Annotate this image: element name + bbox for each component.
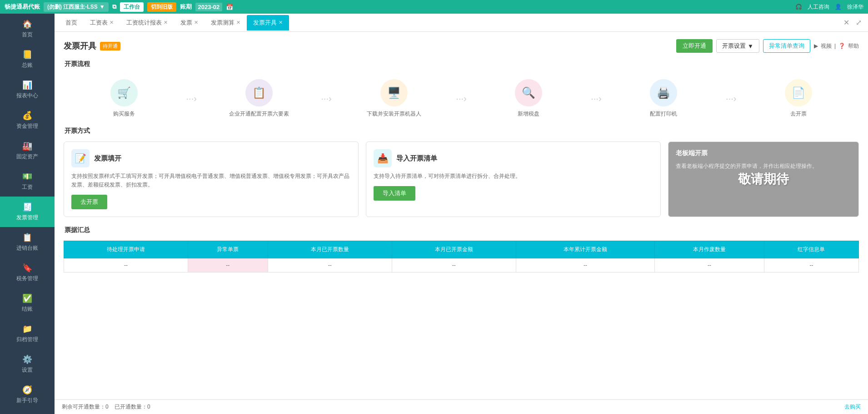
views-label[interactable]: 视频 — [821, 42, 832, 50]
tab-invoice-list[interactable]: 发票 ✕ — [174, 15, 205, 30]
top-bar: 畅捷通易代账 (勿删) 江西服主-LSS ▼ ⧉ 工作台 切到旧版 账期 202… — [0, 0, 868, 14]
tab-close-all-button[interactable]: ✕ — [842, 16, 851, 29]
val-month-amount: -- — [392, 258, 516, 273]
step-arrow-5: ···› — [724, 93, 738, 104]
col-pending: 待处理开票申请 — [64, 241, 188, 258]
workspace-button[interactable]: 工作台 — [120, 2, 144, 12]
sidebar-label-assets: 固定资产 — [16, 153, 38, 161]
sidebar-label-salary: 工资 — [22, 183, 33, 191]
sidebar-item-archive[interactable]: 📁 归档管理 — [0, 318, 55, 349]
step-download-robot: 🖥️ 下载并安装开票机器人 — [334, 79, 454, 118]
company-selector[interactable]: (勿删) 江西服主-LSS ▼ — [44, 2, 109, 12]
sidebar-item-funds[interactable]: 💰 资金管理 — [0, 105, 55, 136]
val-year-amount: -- — [516, 258, 654, 273]
immediate-open-button[interactable]: 立即开通 — [676, 39, 713, 53]
tab-close-salary-stats[interactable]: ✕ — [164, 20, 168, 25]
invoice-methods: 📝 发票填开 支持按照发票样式手工填写开发票；可开具增值税电子普通发票、增值税普… — [64, 141, 859, 217]
remain-label: 剩余可开通数量：0 — [62, 404, 109, 410]
step-arrow-2: ···› — [319, 93, 333, 104]
open-settings-label: 开票设置 — [722, 42, 746, 50]
dropdown-icon: ▼ — [100, 4, 105, 10]
tab-invoice-issue[interactable]: 发票开具 ✕ — [247, 15, 289, 30]
page-title: 发票开具 — [64, 40, 96, 51]
bottom-left: 剩余可开通数量：0 已开通数量：0 — [62, 403, 150, 411]
reports-icon: 📊 — [22, 80, 32, 90]
tab-salary-table[interactable]: 工资表 ✕ — [84, 15, 120, 30]
step-config-printer: 🖨️ 配置打印机 — [604, 79, 724, 118]
funds-icon: 💰 — [22, 111, 32, 121]
content-area: 首页 工资表 ✕ 工资统计报表 ✕ 发票 ✕ 发票测算 ✕ 发票开具 ✕ — [55, 14, 868, 414]
sidebar-item-purchase-sale[interactable]: 📋 进销台账 — [0, 227, 55, 257]
step-label-add-taxbox: 新增税盘 — [518, 110, 539, 118]
chevron-down-icon: ▼ — [748, 43, 753, 50]
status-badge: 待开通 — [100, 42, 120, 50]
tab-close-invoice-calc[interactable]: ✕ — [236, 20, 240, 25]
tab-invoice-calc[interactable]: 发票测算 ✕ — [205, 15, 247, 30]
sidebar-item-assets[interactable]: 🏭 固定资产 — [0, 136, 55, 166]
open-settings-button[interactable]: 开票设置 ▼ — [716, 39, 759, 53]
copy-icon[interactable]: ⧉ — [112, 3, 116, 10]
col-red-info: 红字信息单 — [764, 241, 858, 258]
step-buy-service: 🛒 购买服务 — [64, 79, 185, 118]
tax-icon: 🔖 — [22, 263, 32, 273]
home-icon: 🏠 — [22, 19, 32, 29]
method-header-import-list: 📥 导入开票清单 — [374, 149, 653, 167]
user-name: 徐泽华 — [847, 3, 863, 11]
summary-section: 票据汇总 待处理开票申请 异常单票 本月已开票数量 本月已开票金额 本年累计开票… — [64, 226, 859, 273]
sidebar-item-ledger[interactable]: 📒 总账 — [0, 44, 55, 75]
method-card-import-list: 📥 导入开票清单 支持导入待开票清单，可对待开票清单进行拆分、合并处理。 导入清… — [366, 141, 661, 217]
sidebar-item-reports[interactable]: 📊 报表中心 — [0, 75, 55, 105]
buy-link[interactable]: 去购买 — [844, 403, 861, 411]
company-name: (勿删) 江西服主-LSS — [47, 3, 98, 11]
step-label-download-robot: 下载并安装开票机器人 — [367, 110, 421, 118]
tab-bar: 首页 工资表 ✕ 工资统计报表 ✕ 发票 ✕ 发票测算 ✕ 发票开具 ✕ — [55, 14, 868, 32]
calendar-icon[interactable]: 📅 — [226, 4, 233, 10]
guide-icon: 🧭 — [22, 385, 32, 395]
app-logo: 畅捷通易代账 — [5, 3, 40, 11]
step-arrow-4: ···› — [589, 93, 603, 104]
ledger-icon: 📒 — [22, 50, 32, 60]
method-title-import-list: 导入开票清单 — [396, 154, 437, 163]
tab-home[interactable]: 首页 — [59, 15, 84, 30]
sidebar-item-tax[interactable]: 🔖 税务管理 — [0, 257, 55, 288]
step-icon-issue-invoice: 📄 — [785, 79, 812, 106]
steps-flow: 🛒 购买服务 ···› 📋 企业开通配置开票六要素 ···› 🖥️ 下载并安装开… — [64, 75, 859, 127]
summary-row: -- -- -- -- -- -- -- — [64, 258, 859, 273]
old-platform-card: 老板端开票 查看老板端小程序提交的开票申请，并作出相应处理操作。 敬请期待 — [668, 141, 859, 217]
method-desc-manual-fill: 支持按照发票样式手工填写开发票；可开具增值税电子普通发票、增值税普通发票、增值税… — [71, 172, 351, 189]
step-arrow-1: ···› — [185, 93, 199, 104]
tab-close-salary-table[interactable]: ✕ — [110, 20, 114, 25]
val-month-count: -- — [268, 258, 392, 273]
settings-icon: ⚙️ — [22, 354, 32, 364]
col-void-count: 本月作废数量 — [655, 241, 764, 258]
sidebar-item-salary[interactable]: 💵 工资 — [0, 166, 55, 197]
sidebar-item-invoice[interactable]: 🧾 发票管理 — [0, 197, 55, 227]
consult-button[interactable]: 人工咨询 — [808, 3, 829, 11]
summary-title: 票据汇总 — [64, 226, 859, 234]
old-version-button[interactable]: 切到旧版 — [147, 2, 176, 12]
sidebar-item-settings[interactable]: ⚙️ 设置 — [0, 349, 55, 379]
col-month-count: 本月已开票数量 — [268, 241, 392, 258]
abnormal-query-button[interactable]: 异常清单查询 — [763, 39, 810, 53]
billing-methods-title: 开票方式 — [64, 127, 859, 135]
tab-salary-stats[interactable]: 工资统计报表 ✕ — [120, 15, 174, 30]
step-add-taxbox: 🔍 新增税盘 — [469, 79, 589, 118]
tab-close-invoice-issue[interactable]: ✕ — [279, 20, 283, 25]
sidebar-item-settlement[interactable]: ✅ 结账 — [0, 288, 55, 318]
method-icon-manual-fill: 📝 — [71, 149, 90, 167]
help-area: ▶ 视频 | ❓ 帮助 — [814, 42, 859, 50]
period-badge[interactable]: 2023-02 — [195, 3, 223, 11]
help-label[interactable]: 帮助 — [848, 42, 859, 50]
tab-restore-button[interactable]: ⤢ — [854, 16, 863, 29]
tab-actions: ✕ ⤢ — [842, 16, 863, 29]
sidebar-item-home[interactable]: 🏠 首页 — [0, 14, 55, 44]
old-platform-desc: 查看老板端小程序提交的开票申请，并作出相应处理操作。 — [676, 162, 851, 171]
sidebar-label-archive: 归档管理 — [16, 336, 38, 343]
sidebar-item-member[interactable]: 👑 畅会员 — [0, 410, 55, 414]
tab-close-invoice-list[interactable]: ✕ — [194, 20, 198, 25]
val-red-info: -- — [764, 258, 858, 273]
sidebar-item-guide[interactable]: 🧭 新手引导 — [0, 379, 55, 410]
val-void-count: -- — [655, 258, 764, 273]
go-issue-button[interactable]: 去开票 — [71, 195, 107, 209]
import-list-button[interactable]: 导入清单 — [374, 186, 415, 201]
